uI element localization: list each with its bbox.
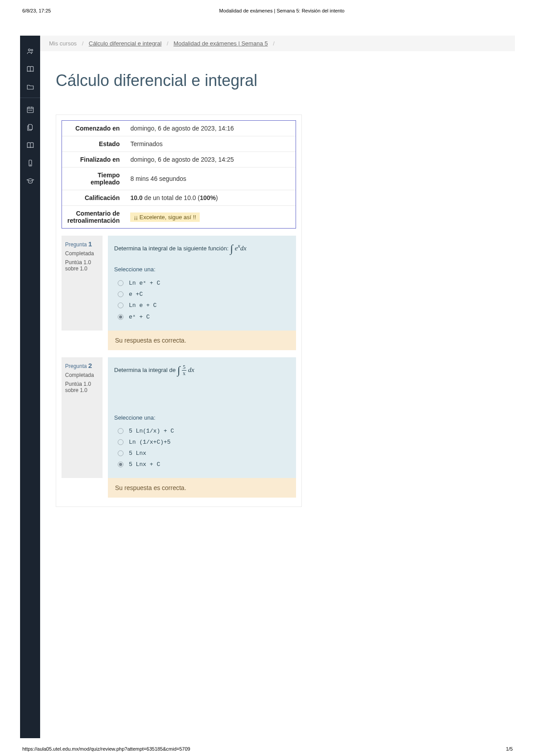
summary-row-time: Tiempo empleado 8 mins 46 segundos <box>62 168 296 190</box>
graduation-icon[interactable] <box>20 172 40 190</box>
book-icon[interactable] <box>20 60 40 78</box>
breadcrumb-course[interactable]: Cálculo diferencial e integral <box>89 40 161 47</box>
question-prompt: Determina la integral de ∫ 5x dx <box>114 364 290 376</box>
files-icon[interactable] <box>20 119 40 136</box>
option-selected[interactable]: 5 Lnx + C <box>114 459 290 470</box>
print-url: https://aula05.utel.edu.mx/mod/quiz/revi… <box>22 746 190 752</box>
attempt-summary: Comenzado en domingo, 6 de agosto de 202… <box>62 120 296 229</box>
print-timestamp: 6/8/23, 17:25 <box>22 8 51 13</box>
radio-icon <box>118 450 123 456</box>
sidebar-separator <box>20 98 40 98</box>
folder-icon[interactable] <box>20 78 40 96</box>
calendar-icon[interactable] <box>20 101 40 119</box>
svg-point-5 <box>31 110 32 110</box>
option[interactable]: 5 Ln(1/x) + C <box>114 425 290 437</box>
phone-icon[interactable] <box>20 154 40 172</box>
question-1: Pregunta 1 Completada Puntúa 1.0 sobre 1… <box>56 236 301 331</box>
option-selected[interactable]: eˣ + C <box>114 311 290 323</box>
page-title: Cálculo diferencial e integral <box>56 71 515 90</box>
question-info: Pregunta 2 Completada Puntúa 1.0 sobre 1… <box>62 357 103 478</box>
question-prompt: Determina la integral de la siguiente fu… <box>114 243 290 255</box>
summary-row-feedback: Comentario de retroalimentación ¡¡ Excel… <box>62 206 296 229</box>
radio-icon-selected <box>118 314 123 320</box>
svg-point-0 <box>28 49 30 51</box>
summary-row-grade: Calificación 10.0 de un total de 10.0 (1… <box>62 190 296 206</box>
feedback-badge: ¡¡ Excelente, sigue así !! <box>130 212 199 222</box>
print-page: 1/5 <box>506 746 513 752</box>
breadcrumb-mycourses[interactable]: Mis cursos <box>49 40 77 47</box>
radio-icon <box>118 280 123 286</box>
question-2: Pregunta 2 Completada Puntúa 1.0 sobre 1… <box>56 357 301 478</box>
summary-row-completed: Finalizado en domingo, 6 de agosto de 20… <box>62 152 296 168</box>
question-info: Pregunta 1 Completada Puntúa 1.0 sobre 1… <box>62 236 103 331</box>
svg-point-1 <box>31 49 33 51</box>
radio-icon <box>118 302 123 308</box>
quiz-review-box: Comenzado en domingo, 6 de agosto de 202… <box>56 114 302 507</box>
grade-value: 10.0 de un total de 10.0 (100%) <box>125 190 296 206</box>
radio-icon-selected <box>118 462 123 467</box>
option[interactable]: Ln eˣ + C <box>114 277 290 289</box>
question-body: Determina la integral de ∫ 5x dx Selecci… <box>108 357 296 478</box>
svg-point-3 <box>29 110 29 110</box>
print-title: Modalidad de exámenes | Semana 5: Revisi… <box>22 8 513 13</box>
summary-row-state: Estado Terminados <box>62 136 296 152</box>
options-list: 5 Ln(1/x) + C Ln (1/x+C)+5 5 Lnx 5 Lnx +… <box>114 425 290 470</box>
question-feedback: Su respuesta es correcta. <box>108 331 296 350</box>
print-footer: https://aula05.utel.edu.mx/mod/quiz/revi… <box>0 746 535 752</box>
radio-icon <box>118 439 123 445</box>
summary-row-started: Comenzado en domingo, 6 de agosto de 202… <box>62 121 296 136</box>
option[interactable]: Ln (1/x+C)+5 <box>114 437 290 448</box>
breadcrumb-activity[interactable]: Modalidad de exámenes | Semana 5 <box>173 40 268 47</box>
radio-icon <box>118 428 123 434</box>
option[interactable]: 5 Lnx <box>114 448 290 459</box>
option[interactable]: Ln e + C <box>114 300 290 311</box>
svg-point-4 <box>30 110 30 110</box>
option[interactable]: e +C <box>114 289 290 300</box>
users-icon[interactable] <box>20 42 40 60</box>
radio-icon <box>118 291 123 297</box>
sidebar <box>20 36 40 738</box>
options-list: Ln eˣ + C e +C Ln e + C eˣ + C <box>114 277 290 323</box>
question-body: Determina la integral de la siguiente fu… <box>108 236 296 331</box>
svg-point-7 <box>30 165 30 165</box>
breadcrumb: Mis cursos / Cálculo diferencial e integ… <box>40 36 515 51</box>
question-feedback: Su respuesta es correcta. <box>108 478 296 498</box>
print-header: 6/8/23, 17:25 Modalidad de exámenes | Se… <box>0 8 535 13</box>
book2-icon[interactable] <box>20 136 40 154</box>
